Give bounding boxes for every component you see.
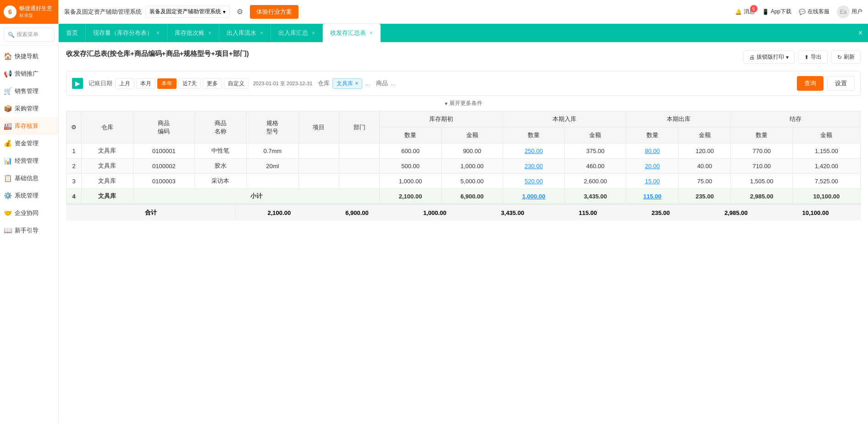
table-row: 1 文具库 0100001 中性笔 0.7mm 600.00 900.00 25… — [66, 143, 861, 159]
filter-settings-button[interactable]: 设置 — [827, 76, 855, 91]
custom-date-button[interactable]: 自定义 — [224, 78, 249, 89]
col-balance-header: 结存 — [731, 111, 861, 127]
subtotal-out-qty[interactable]: 115.00 — [626, 189, 679, 204]
subtotal-row: 4 文具库 小计 2,100.00 6,900.00 1,000.00 3,43… — [66, 189, 861, 204]
top-bar-left: 装备及固定资产辅助管理系统 装备及固定资产辅助管理系统 ▾ ⚙ 体验行业方案 — [64, 5, 299, 19]
service-icon: 💬 — [799, 9, 806, 15]
prev-month-button[interactable]: 上月 — [115, 78, 134, 89]
warehouse-filter-label: 仓库 — [318, 79, 330, 88]
row2-out-qty[interactable]: 20.00 — [626, 159, 679, 174]
sidebar-item-inventory[interactable]: 🏭 库存核算 — [0, 117, 58, 135]
goods-filter-label: 商品 — [376, 79, 388, 88]
row2-project — [299, 159, 339, 174]
tab-home[interactable]: 首页 — [59, 24, 86, 42]
print-button[interactable]: 🖨 拔锁版打印 ▾ — [743, 50, 795, 64]
subtotal-balance-amt: 10,100.00 — [792, 189, 860, 204]
tab-in-out-flow[interactable]: 出入库流水 × — [219, 24, 271, 42]
row2-in-qty[interactable]: 230.00 — [503, 159, 564, 174]
app-download-button[interactable]: 📱 App下载 — [762, 8, 791, 16]
expand-more-button[interactable]: ▾ 展开更多条件 — [445, 99, 482, 107]
col-opening-header: 库存期初 — [380, 111, 503, 127]
export-button[interactable]: ⬆ 导出 — [798, 50, 828, 64]
row1-project — [299, 143, 339, 159]
experience-button[interactable]: 体验行业方案 — [250, 5, 299, 19]
warehouse-tag-close[interactable]: × — [355, 80, 358, 87]
sidebar-item-system[interactable]: ⚙️ 系统管理 — [0, 187, 58, 204]
sidebar-item-sales[interactable]: 🛒 销售管理 — [0, 82, 58, 100]
settings-button[interactable]: ⚙ — [233, 5, 246, 18]
current-year-button[interactable]: 本年 — [157, 78, 177, 89]
sidebar-header: 6 畅捷通好生意 标准版 — [0, 0, 58, 24]
page-container: 收发存汇总表(按仓库+商品编码+商品+规格型号+项目+部门) 🖨 拔锁版打印 ▾… — [59, 42, 868, 423]
online-service-button[interactable]: 💬 在线客服 — [799, 8, 829, 16]
filter-toggle-button[interactable]: ▶ — [72, 78, 83, 89]
sidebar-item-business[interactable]: 📊 经营管理 — [0, 152, 58, 170]
total-in-amt: 3,435.00 — [501, 209, 525, 216]
col-goods-code-header: 商品编码 — [133, 111, 194, 143]
col-project-header: 项目 — [299, 111, 339, 143]
row1-opening-qty: 600.00 — [380, 143, 441, 159]
row3-in-qty[interactable]: 520.00 — [503, 174, 564, 189]
sidebar-item-marketing[interactable]: 📢 营销推广 — [0, 65, 58, 82]
tab-stock-dist[interactable]: 现存量（库存分布表） × — [86, 24, 167, 42]
row3-out-amt: 75.00 — [679, 174, 731, 189]
goods-more-button[interactable]: … — [391, 80, 396, 87]
tab-close-in-out-flow[interactable]: × — [260, 30, 263, 36]
goods-filter: 商品 … — [376, 79, 396, 88]
row2-out-amt: 40.00 — [679, 159, 731, 174]
row2-opening-qty: 500.00 — [380, 159, 441, 174]
search-menu-button[interactable]: 🔍 搜索菜单 — [4, 27, 55, 42]
warehouse-more-button[interactable]: … — [365, 80, 370, 87]
subtotal-label: 小计 — [133, 189, 380, 204]
tab-close-receive-pay-summary[interactable]: × — [370, 30, 373, 36]
sidebar-item-finance[interactable]: 💰 资金管理 — [0, 135, 58, 152]
business-icon: 📊 — [4, 157, 12, 165]
notification-button[interactable]: 🔔 消息 6 — [735, 8, 755, 16]
tab-bar-close-button[interactable]: × — [853, 29, 868, 37]
sidebar-search-area[interactable]: 🔍 搜索菜单 — [0, 24, 58, 46]
user-menu-button[interactable]: Ea 用户 — [837, 5, 862, 18]
tab-receive-pay-summary[interactable]: 收发存汇总表 × — [323, 24, 381, 42]
row1-in-qty[interactable]: 250.00 — [503, 143, 564, 159]
tab-close-in-out-summary[interactable]: × — [312, 30, 315, 36]
main-area: 装备及固定资产辅助管理系统 装备及固定资产辅助管理系统 ▾ ⚙ 体验行业方案 🔔… — [59, 0, 868, 423]
row1-warehouse: 文具库 — [82, 143, 133, 159]
sidebar-item-purchase[interactable]: 📦 采购管理 — [0, 100, 58, 117]
sidebar: 6 畅捷通好生意 标准版 🔍 搜索菜单 🏠 快捷导航 📢 营销推广 � — [0, 0, 59, 423]
purchase-icon: 📦 — [4, 104, 12, 113]
expand-icon: ▾ — [445, 100, 448, 107]
tab-in-out-summary[interactable]: 出入库汇总 × — [271, 24, 323, 42]
col-balance-amt-header: 金额 — [792, 127, 860, 143]
row1-opening-amt: 900.00 — [441, 143, 503, 159]
sidebar-item-basic[interactable]: 📋 基础信息 — [0, 170, 58, 187]
tab-close-stock-dist[interactable]: × — [156, 30, 160, 36]
col-settings-header[interactable]: ⚙ — [66, 111, 82, 143]
subtotal-in-qty[interactable]: 1,000.00 — [503, 189, 564, 204]
total-label: 合计 — [66, 209, 236, 217]
current-month-button[interactable]: 本月 — [136, 78, 155, 89]
warehouse-tag[interactable]: 文具库 × — [332, 78, 362, 89]
row1-out-qty[interactable]: 80.00 — [626, 143, 679, 159]
more-date-button[interactable]: 更多 — [203, 78, 222, 89]
row2-balance-amt: 1,420.00 — [792, 159, 860, 174]
filter-actions: 查询 设置 — [797, 76, 855, 91]
table-row: 2 文具库 0100002 胶水 20ml 500.00 1,000.00 23… — [66, 159, 861, 174]
last-7-days-button[interactable]: 近7天 — [178, 78, 201, 89]
row3-out-qty[interactable]: 15.00 — [626, 174, 679, 189]
subtotal-warehouse: 文具库 — [82, 189, 133, 204]
sidebar-item-quick-nav[interactable]: 🏠 快捷导航 — [0, 48, 58, 65]
tab-close-batch-ledger[interactable]: × — [208, 30, 211, 36]
date-filter-group: 记账日期 上月 本月 本年 近7天 更多 自定义 2023-01-01 至 20… — [88, 78, 312, 89]
sidebar-item-newbie[interactable]: 📖 新手引导 — [0, 222, 58, 239]
tab-batch-ledger[interactable]: 库存批次账 × — [167, 24, 219, 42]
refresh-button[interactable]: ↻ 刷新 — [831, 50, 861, 64]
row3-goods-code: 0100003 — [133, 174, 194, 189]
system-dropdown[interactable]: 装备及固定资产辅助管理系统 ▾ — [145, 5, 230, 18]
row1-goods-spec: 0.7mm — [246, 143, 299, 159]
date-quick-buttons: 上月 本月 本年 近7天 更多 自定义 — [115, 78, 249, 89]
sidebar-item-enterprise[interactable]: 🤝 企业协同 — [0, 204, 58, 222]
query-button[interactable]: 查询 — [797, 76, 824, 91]
sidebar-nav: 🏠 快捷导航 📢 营销推广 🛒 销售管理 📦 采购管理 🏭 库存核算 💰 — [0, 46, 58, 423]
expand-more-area: ▾ 展开更多条件 — [66, 99, 861, 107]
row1-goods-code: 0100001 — [133, 143, 194, 159]
